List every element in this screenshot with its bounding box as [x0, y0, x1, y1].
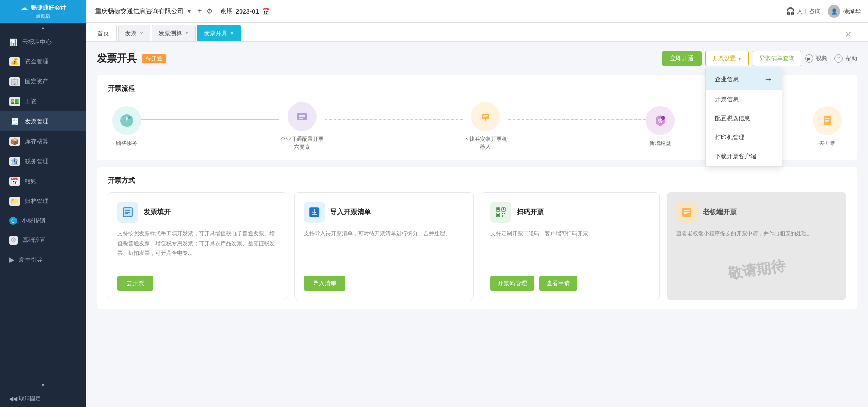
svg-rect-17	[824, 116, 831, 125]
sidebar-label-archive: 归档管理	[25, 197, 48, 205]
import-invoice-title: 导入开票清单	[330, 208, 371, 217]
logo-area: ☁ 畅捷通好会计 旗舰版	[0, 0, 86, 23]
scan-invoice-code-btn[interactable]: 开票码管理	[490, 276, 534, 291]
svg-rect-32	[497, 208, 499, 210]
tab-invoice-issue-close[interactable]: ✕	[230, 30, 234, 36]
tab-invoice-close[interactable]: ✕	[139, 30, 144, 36]
svg-rect-33	[503, 208, 504, 210]
help-label[interactable]: 帮助	[845, 54, 857, 63]
maximize-window-btn[interactable]: ⛶	[855, 30, 863, 39]
sidebar-item-new-guide[interactable]: ▶ 新手引导	[0, 250, 86, 269]
company-selector[interactable]: 重庆畅捷交通信息咨询有限公司 ▼	[95, 7, 192, 15]
sidebar-item-xiao-chang[interactable]: C 小畅报销	[0, 211, 86, 230]
scan-invoice-apply-btn[interactable]: 查看申请	[539, 276, 577, 291]
tax-mgmt-icon: 🏦	[9, 157, 20, 166]
sidebar-label-fund-mgmt: 资金管理	[25, 58, 48, 66]
methods-section: 开票方式 发票填开 支持按照发票样式手工填开发票；可开具增值税电子普通发票、增值…	[97, 167, 857, 309]
method-card-import: 导入开票清单 支持导入待开票清单，可对待开票清单进行拆分、合并处理。 导入清单	[294, 192, 474, 300]
svg-rect-37	[502, 215, 503, 217]
process-step-go-invoice: 去开票	[813, 106, 842, 147]
sidebar-item-inventory[interactable]: 📦 库存核算	[0, 131, 86, 151]
cancel-fixed-label: 取消固定	[19, 395, 41, 402]
boss-invoice-coming-soon: 敬请期待	[727, 256, 787, 284]
cancel-fixed-icon: ◀◀	[9, 396, 17, 402]
play-icon: ▶	[805, 54, 813, 63]
process-step-tax-disk: 税+ 新增税盘	[646, 106, 675, 147]
sidebar-label-xiao-chang: 小畅报销	[22, 217, 45, 225]
sidebar-item-basic-settings[interactable]: ⚙ 基础设置	[0, 230, 86, 250]
calendar-icon[interactable]: 📅	[262, 8, 269, 15]
svg-rect-35	[502, 213, 503, 214]
svg-rect-9	[484, 115, 488, 116]
company-dropdown-icon[interactable]: ▼	[187, 8, 192, 15]
sidebar-item-fund-mgmt[interactable]: 💰 资金管理	[0, 52, 86, 72]
sidebar-item-settlement[interactable]: 📅 结账	[0, 171, 86, 191]
tab-invoice[interactable]: 发票 ✕	[118, 25, 150, 41]
sidebar: ▲ 📊 云报表中心 💰 资金管理 🏢 固定资产 💵 工资 🧾 发票管理	[0, 23, 86, 407]
activate-btn[interactable]: 立即开通	[662, 51, 702, 66]
import-invoice-btn[interactable]: 导入清单	[304, 276, 345, 291]
tab-invoice-issue[interactable]: 发票开具 ✕	[197, 25, 241, 41]
import-invoice-desc: 支持导入待开票清单，可对待开票清单进行拆分、合并处理。	[304, 229, 464, 269]
company-name: 重庆畅捷交通信息咨询有限公司	[95, 7, 184, 15]
status-badge: 待开通	[142, 54, 166, 63]
user-area[interactable]: 👤 徐泽华	[828, 5, 861, 18]
scan-invoice-title: 扫码开票	[517, 208, 544, 217]
logo-sub: 旗舰版	[36, 13, 51, 19]
svg-point-1	[128, 116, 131, 119]
sidebar-item-payroll[interactable]: 💵 工资	[0, 92, 86, 111]
tab-home[interactable]: 首页	[90, 25, 117, 41]
sidebar-scroll-down[interactable]: ▼	[0, 380, 86, 390]
sidebar-item-archive[interactable]: 📁 归档管理	[0, 191, 86, 211]
video-label[interactable]: 视频	[816, 54, 828, 63]
invoice-settings-btn[interactable]: 开票设置 ▼	[705, 51, 749, 66]
svg-rect-34	[497, 214, 499, 216]
logo-text: 畅捷通好会计	[31, 4, 66, 12]
accounting-period: 账期 2023-01 📅	[220, 7, 269, 15]
method-card-scan: 扫码开票 支持定制开票二维码，客户端可扫码开票 开票码管理 查看申请	[481, 192, 660, 300]
inventory-icon: 📦	[9, 137, 20, 146]
sidebar-item-tax-mgmt[interactable]: 🏦 税务管理	[0, 151, 86, 171]
invoice-settings-label: 开票设置	[712, 54, 736, 63]
process-step-config: 企业开通配置开票六要素	[279, 102, 325, 151]
fixed-assets-icon: 🏢	[9, 77, 20, 86]
xiao-chang-icon: C	[9, 217, 17, 225]
consultant-btn[interactable]: 🎧 人工咨询	[786, 7, 820, 15]
sidebar-cancel-fixed[interactable]: ◀◀ 取消固定	[0, 390, 86, 407]
sidebar-label-payroll: 工资	[25, 97, 37, 106]
dropdown-item-company-info[interactable]: 企业信息 →	[706, 68, 782, 90]
sidebar-item-fixed-assets[interactable]: 🏢 固定资产	[0, 72, 86, 92]
sidebar-item-cloud-report[interactable]: 📊 云报表中心	[0, 33, 86, 52]
tab-invoice-test[interactable]: 发票测算 ✕	[152, 25, 196, 41]
exception-query-btn[interactable]: 异常清单查询	[753, 51, 801, 66]
svg-rect-36	[504, 213, 505, 214]
dropdown-item-invoice-info[interactable]: 开票信息	[706, 90, 782, 109]
svg-rect-10	[484, 116, 487, 117]
svg-text:+: +	[662, 116, 664, 120]
fill-invoice-btn[interactable]: 去开票	[117, 276, 153, 291]
add-company-icon[interactable]: +	[197, 6, 202, 16]
sidebar-scroll-up[interactable]: ▲	[0, 23, 86, 33]
period-value: 2023-01	[235, 8, 259, 15]
tab-invoice-test-close[interactable]: ✕	[185, 30, 189, 36]
content-area: 首页 发票 ✕ 发票测算 ✕ 发票开具 ✕ ✕ ⛶	[86, 23, 868, 407]
svg-rect-12	[483, 121, 488, 121]
sidebar-label-inventory: 库存核算	[25, 137, 48, 145]
dropdown-item-tax-disk[interactable]: 配置税盘信息	[706, 109, 782, 128]
sidebar-item-invoice-mgmt[interactable]: 🧾 发票管理	[0, 111, 86, 131]
dropdown-item-download-client[interactable]: 下载开票客户端	[706, 147, 782, 166]
tab-invoice-issue-label: 发票开具	[204, 29, 227, 38]
scan-invoice-desc: 支持定制开票二维码，客户端可扫码开票	[490, 229, 651, 269]
close-window-btn[interactable]: ✕	[845, 29, 852, 39]
method-card-boss: 老板端开票 查看老板端小程序提交的开票申请，并作出相应的处理。 敬请期待	[667, 192, 846, 300]
settings-dropdown-arrow: ▼	[738, 56, 742, 61]
svg-text:+: +	[126, 120, 128, 124]
dropdown-item-printer[interactable]: 打印机管理	[706, 128, 782, 147]
sidebar-label-settlement: 结账	[25, 177, 37, 185]
dropdown-arrow-icon: →	[764, 74, 773, 84]
new-guide-icon: ▶	[9, 256, 14, 264]
settings-icon[interactable]: ⚙	[206, 7, 213, 15]
method-card-fill: 发票填开 支持按照发票样式手工填开发票；可开具增值税电子普通发票、增值税普通发票…	[108, 192, 287, 300]
boss-invoice-title: 老板端开票	[703, 208, 737, 217]
page-content: 发票开具 待开通 立即开通 开票设置 ▼	[86, 42, 868, 407]
